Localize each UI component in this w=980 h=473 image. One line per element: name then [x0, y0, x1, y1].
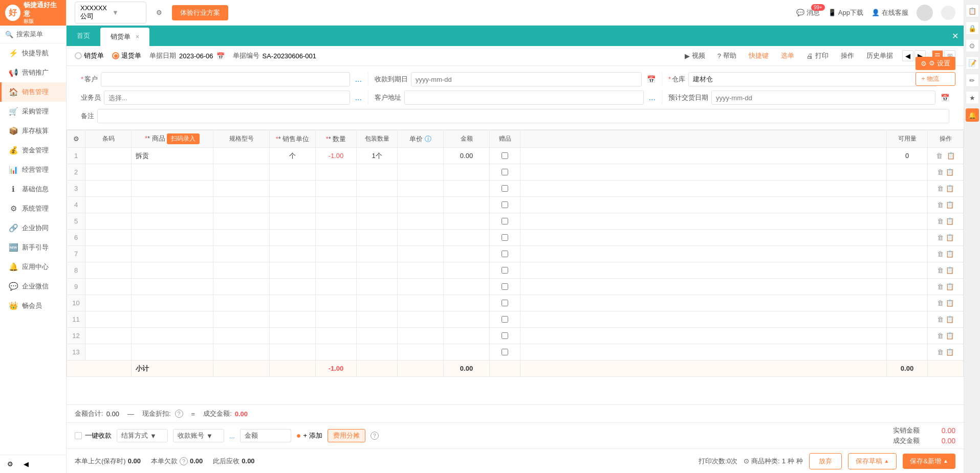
right-panel-btn-2[interactable]: 🔒: [966, 21, 979, 35]
collapse-icon[interactable]: ◀: [24, 460, 29, 468]
sidebar-item-system[interactable]: ⚙ 系统管理: [0, 199, 66, 218]
row-copy-icon[interactable]: 📋: [946, 185, 954, 192]
trial-button[interactable]: 体验行业方案: [172, 5, 228, 20]
expected-date-input[interactable]: [711, 91, 935, 105]
amount-input[interactable]: 金额: [240, 429, 291, 442]
th-settings[interactable]: ⚙: [67, 130, 85, 148]
gift-checkbox-7[interactable]: [502, 251, 508, 257]
sidebar-item-finance[interactable]: 💰 资金管理: [0, 141, 66, 160]
sidebar-item-purchase[interactable]: 🛒 采购管理: [0, 102, 66, 121]
one-click-checkbox[interactable]: [75, 432, 82, 439]
customer-addr-input[interactable]: [404, 91, 644, 105]
sidebar-item-basic-info[interactable]: ℹ 基础信息: [0, 179, 66, 199]
row-copy-icon[interactable]: 📋: [946, 168, 954, 176]
sidebar-item-app-center[interactable]: 🔔 应用中心: [0, 257, 66, 277]
customer-addr-ellipsis[interactable]: ...: [649, 93, 656, 102]
row-delete-icon[interactable]: 🗑: [937, 168, 944, 176]
sidebar-item-guide[interactable]: 🆕 新手引导: [0, 238, 66, 257]
avatar[interactable]: [917, 5, 933, 21]
customer-ellipsis[interactable]: ...: [355, 75, 362, 84]
row-copy-icon[interactable]: 📋: [946, 299, 954, 307]
save-draft-button[interactable]: 保存草稿 ▲: [848, 453, 897, 469]
message-button[interactable]: 💬 消息 99+: [796, 8, 820, 17]
tab-close-icon[interactable]: ×: [136, 33, 139, 40]
radio-return[interactable]: 退货单: [112, 51, 141, 60]
operation-btn[interactable]: 操作: [838, 50, 857, 61]
scan-btn[interactable]: 扫码录入: [167, 133, 200, 144]
payment-date-calendar-icon[interactable]: 📅: [647, 75, 656, 83]
settings-bottom-icon[interactable]: ⚙: [7, 460, 13, 468]
row-copy-icon[interactable]: 📋: [947, 152, 955, 160]
sidebar-item-inventory[interactable]: 📦 库存核算: [0, 121, 66, 141]
avatar2[interactable]: [941, 6, 955, 20]
form-settings-btn[interactable]: ⚙ ⚙ 设置: [916, 57, 955, 70]
right-panel-btn-5[interactable]: ✏: [966, 74, 979, 87]
salesperson-input[interactable]: [104, 91, 350, 105]
form-flow-btn[interactable]: + 物流: [916, 72, 955, 86]
settlement-select[interactable]: 结算方式 ▼: [117, 429, 168, 442]
expected-date-calendar-icon[interactable]: 📅: [941, 94, 949, 102]
right-panel-btn-7[interactable]: 🔔: [966, 108, 979, 122]
right-panel-btn-6[interactable]: ★: [966, 91, 979, 104]
row-delete-icon[interactable]: 🗑: [937, 316, 944, 323]
sidebar-item-marketing[interactable]: 📢 营销推广: [0, 63, 66, 82]
gift-checkbox-3[interactable]: [502, 185, 508, 192]
radio-sale[interactable]: 销货单: [75, 51, 104, 60]
row-delete-icon[interactable]: 🗑: [937, 250, 944, 258]
discard-button[interactable]: 放弃: [809, 453, 842, 469]
sidebar-item-sales[interactable]: 🏠 销售管理: [0, 82, 66, 102]
warehouse-input[interactable]: [688, 72, 938, 86]
select-btn[interactable]: 选单: [778, 50, 797, 61]
tab-bar-close[interactable]: ✕: [952, 31, 959, 41]
help-btn[interactable]: ? 帮助: [714, 50, 739, 61]
online-service-button[interactable]: 👤 在线客服: [872, 8, 908, 17]
discount-help-icon[interactable]: ?: [175, 410, 183, 418]
row-copy-icon[interactable]: 📋: [946, 283, 954, 290]
search-menu[interactable]: 🔍 搜索菜单: [0, 26, 66, 43]
app-download-button[interactable]: 📱 App下载: [828, 8, 863, 17]
right-panel-btn-3[interactable]: ⊙: [966, 39, 979, 52]
row-copy-icon[interactable]: 📋: [946, 316, 954, 323]
gift-checkbox-2[interactable]: [502, 169, 508, 175]
price-info-icon[interactable]: ⓘ: [425, 135, 431, 143]
row-copy-icon[interactable]: 📋: [946, 201, 954, 209]
table-wrapper[interactable]: ⚙ 条码 ** 商品 扫码录入 规格型号 ** 销售单位: [67, 130, 964, 404]
gift-checkbox-5[interactable]: [502, 218, 508, 224]
row-copy-icon[interactable]: 📋: [946, 348, 954, 356]
salesperson-ellipsis[interactable]: ...: [355, 93, 362, 102]
row-delete-icon[interactable]: 🗑: [937, 348, 944, 356]
expense-help-icon[interactable]: ?: [371, 432, 379, 440]
row-delete-icon[interactable]: 🗑: [937, 332, 944, 340]
right-panel-btn-1[interactable]: 📋: [966, 4, 979, 17]
company-selector[interactable]: XXXXXX公司 ▼: [75, 2, 146, 24]
gift-checkbox-8[interactable]: [502, 267, 508, 274]
sidebar-item-enterprise[interactable]: 🔗 企业协同: [0, 218, 66, 238]
sidebar-item-member[interactable]: 👑 畅会员: [0, 296, 66, 316]
sidebar-item-operations[interactable]: 📊 经营管理: [0, 160, 66, 179]
row-delete-icon[interactable]: 🗑: [936, 152, 943, 160]
row-delete-icon[interactable]: 🗑: [937, 185, 944, 192]
right-panel-btn-4[interactable]: 📝: [966, 56, 979, 70]
expense-split-btn[interactable]: 费用分摊: [328, 429, 365, 442]
sidebar-item-wechat[interactable]: 💬 企业微信: [0, 277, 66, 296]
account-ellipsis[interactable]: ...: [229, 432, 235, 440]
row-copy-icon[interactable]: 📋: [946, 234, 954, 241]
row-copy-icon[interactable]: 📋: [946, 217, 954, 225]
sidebar-item-quick-nav[interactable]: ⚡ 快捷导航: [0, 43, 66, 63]
gift-checkbox-13[interactable]: [502, 349, 508, 355]
customer-input[interactable]: [101, 72, 350, 86]
row-delete-icon[interactable]: 🗑: [937, 201, 944, 209]
add-payment-btn[interactable]: ● + 添加: [296, 431, 322, 440]
row-delete-icon[interactable]: 🗑: [937, 234, 944, 241]
shortcut-btn[interactable]: 快捷键: [746, 50, 772, 61]
video-btn[interactable]: ▶ 视频: [682, 50, 708, 61]
history-btn[interactable]: 历史单据: [863, 50, 896, 61]
print-btn[interactable]: 🖨 打印: [803, 50, 832, 61]
tab-sales-order[interactable]: 销货单 ×: [100, 28, 149, 46]
gift-checkbox-1[interactable]: [502, 152, 508, 159]
save-new-button[interactable]: 保存&新增 ▲: [903, 454, 955, 469]
gift-checkbox-4[interactable]: [502, 201, 508, 208]
payment-date-input[interactable]: [411, 72, 642, 86]
row-delete-icon[interactable]: 🗑: [937, 217, 944, 225]
row-delete-icon[interactable]: 🗑: [937, 299, 944, 307]
